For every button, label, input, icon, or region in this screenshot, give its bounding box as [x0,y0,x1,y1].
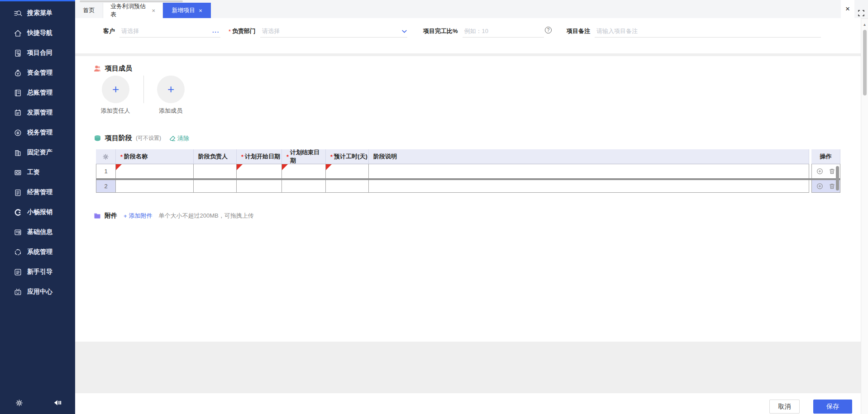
header-stage-name: *阶段名称 [116,149,194,164]
vertical-scrollbar-thumb[interactable] [863,30,867,95]
sidebar-item-tax[interactable]: 税务管理 [0,123,75,143]
system-icon [14,248,22,257]
tab-close-icon[interactable]: × [199,7,202,14]
tabs: 首页 业务利润预估表 × 新增项目 × [75,3,211,18]
department-field: * 负责部门 请选择 [229,24,407,38]
sidebar-item-newbie-guide[interactable]: 新手引导 [0,262,75,282]
add-attachment-link[interactable]: + 添加附件 [124,212,153,220]
department-label: 负责部门 [232,27,256,35]
department-select[interactable]: 请选择 [260,25,407,38]
stages-section-title: 项目阶段 (可不设置) 清除 [94,134,189,143]
insert-row-icon[interactable] [816,168,823,175]
sidebar-item-general-ledger[interactable]: 总账管理 [0,83,75,103]
attachments-title: 附件 [94,212,117,220]
plan-end-cell[interactable] [282,180,326,193]
footer-bar: 取消 保存 [75,393,861,414]
chevron-down-icon[interactable] [401,29,407,34]
table-scrollbar-thumb[interactable] [836,166,839,190]
sidebar-item-label: 发票管理 [27,109,52,117]
tab-label: 首页 [83,6,95,14]
stage-desc-cell[interactable] [369,180,809,193]
stage-name-cell[interactable] [116,164,194,178]
tab-close-icon[interactable]: × [152,7,155,14]
money-bag-icon [14,69,22,77]
sidebar-item-label: 小畅报销 [27,208,52,216]
tab-business-profit-forecast[interactable]: 业务利润预估表 × [103,3,163,18]
attachments-title-text: 附件 [105,212,117,220]
completion-input[interactable]: 例如：10 [463,25,544,38]
row-number: 2 [104,183,107,190]
header-stage-owner: 阶段负责人 [194,149,237,164]
delete-row-icon[interactable] [829,183,835,190]
sidebar-item-label: 固定资产 [27,148,52,157]
completion-field: 项目完工比% 例如：10 [423,24,544,38]
sidebar-item-label: 经营管理 [27,188,52,196]
cancel-button[interactable]: 取消 [769,400,800,414]
settings-gear-icon[interactable] [15,399,23,407]
help-question-icon[interactable]: ? [545,27,552,33]
required-corner-flag [237,164,243,170]
ledger-icon [14,89,22,97]
stage-owner-cell[interactable] [194,164,237,178]
sidebar-item-expense[interactable]: 小畅报销 [0,202,75,222]
save-button[interactable]: 保存 [813,400,852,414]
customer-input[interactable]: 请选择 ··· [119,25,220,38]
stages-title-text: 项目阶段 [105,134,132,143]
add-member-button[interactable]: + [157,76,185,103]
delete-row-icon[interactable] [829,168,835,175]
members-divider [143,76,144,103]
sidebar-item-basic-info[interactable]: 基础信息 [0,222,75,242]
clear-stages-link[interactable]: 清除 [169,134,189,143]
fullscreen-icon[interactable] [858,10,864,16]
scroll-up-arrow[interactable]: ▲ [861,23,868,27]
estimated-hours-cell[interactable] [326,164,369,178]
sidebar-item-operations[interactable]: 经营管理 [0,182,75,202]
tab-label: 业务利润预估表 [110,2,148,19]
estimated-hours-cell[interactable] [326,180,369,193]
stage-row-2: 2 [96,180,840,193]
required-corner-flag [326,164,332,170]
sidebar-item-fixed-assets[interactable]: 固定资产 [0,143,75,162]
plan-start-cell[interactable] [237,180,282,193]
sidebar-item-search-menu[interactable]: 搜索菜单 [0,3,75,23]
tab-label: 新增项目 [172,6,195,14]
sidebar-item-app-center[interactable]: 应用中心 [0,282,75,302]
stage-name-cell[interactable] [116,180,194,193]
sidebar-item-project-contract[interactable]: 项目合同 [0,43,75,63]
new-project-panel: 项目成员 + + 添加责任人 添加成员 项目阶段 (可不设置) 清除 [75,56,861,342]
sidebar-item-system[interactable]: 系统管理 [0,242,75,262]
stage-desc-cell[interactable] [369,164,809,178]
insert-row-icon[interactable] [816,183,823,190]
add-owner-button[interactable]: + [102,76,129,103]
sidebar-item-label: 资金管理 [27,69,52,77]
add-owner-label: 添加责任人 [88,107,143,115]
sidebar-item-quick-nav[interactable]: 快捷导航 [0,23,75,43]
attachment-hint: 单个大小不超过200MB，可拖拽上传 [159,212,254,220]
building-icon [14,148,22,157]
home-icon [14,29,22,38]
vertical-scrollbar[interactable]: ▲ [861,19,868,414]
tab-new-project[interactable]: 新增项目 × [163,3,211,18]
plan-start-cell[interactable] [237,164,282,178]
sidebar-item-salary[interactable]: 工资 [0,162,75,182]
sidebar-item-funds[interactable]: 资金管理 [0,63,75,83]
stage-owner-cell[interactable] [194,180,237,193]
invoice-icon [14,109,22,117]
stages-subtitle: (可不设置) [136,134,161,142]
plan-end-cell[interactable] [282,164,326,178]
column-settings-gear-icon[interactable] [102,153,109,160]
remark-input[interactable]: 请输入项目备注 [595,25,821,38]
sidebar-item-label: 新手引导 [27,268,52,276]
collapse-sidebar-icon[interactable] [53,399,62,406]
close-page-button[interactable]: × [841,0,854,18]
members-title-text: 项目成员 [105,64,132,73]
header-stage-desc: 阶段说明 [369,149,809,164]
tab-home[interactable]: 首页 [75,3,103,18]
header-label: 操作 [820,152,832,161]
sidebar-item-invoice[interactable]: 发票管理 [0,103,75,123]
sidebar-item-label: 总账管理 [27,89,52,97]
sidebar-bottom-bar [0,398,75,411]
ellipsis-more-icon[interactable]: ··· [212,29,219,35]
sidebar: 搜索菜单 快捷导航 项目合同 资金管理 总账管理 发票管理 [0,0,75,414]
project-form-row: 客户 请选择 ··· * 负责部门 请选择 项目完工比% 例如：10 ? 项目备… [75,18,861,53]
